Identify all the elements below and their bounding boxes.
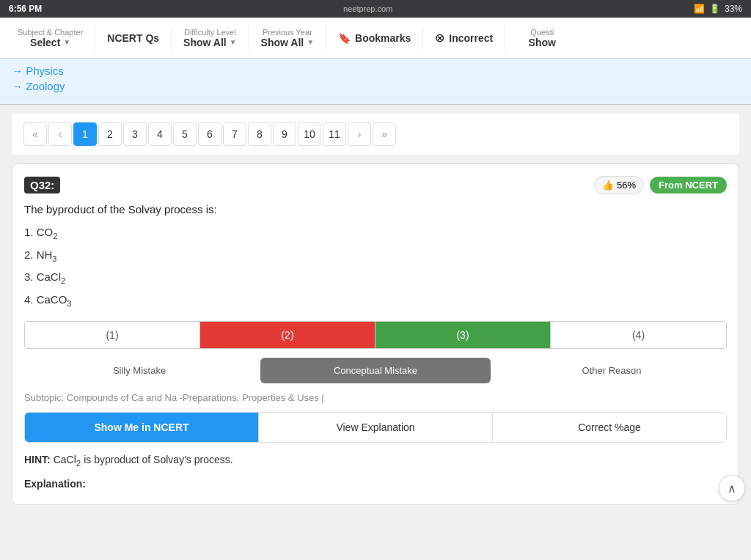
reason-other[interactable]: Other Reason	[497, 358, 727, 383]
option-3: 3. CaCl2	[24, 269, 727, 287]
question-text: The byproduct of the Solvay process is:	[24, 203, 727, 215]
reason-row: Silly Mistake Conceptual Mistake Other R…	[24, 358, 727, 383]
show-ncert-button[interactable]: Show Me in NCERT	[25, 413, 259, 442]
nav-difficulty[interactable]: Difficulty Level Show All ▼	[172, 22, 249, 54]
nav-questions-label: Questi	[530, 28, 554, 37]
question-meta: 👍 56% From NCERT	[594, 176, 727, 194]
answer-cell-1[interactable]: (1)	[25, 322, 200, 348]
page-7[interactable]: 7	[223, 122, 246, 146]
like-badge: 👍 56%	[594, 176, 644, 194]
nav-previous-year[interactable]: Previous Year Show All ▼	[249, 22, 327, 54]
nav-bookmarks[interactable]: 🔖 Bookmarks	[326, 26, 423, 50]
nav-subject-value: Select ▼	[30, 37, 70, 48]
page-prev[interactable]: ‹	[48, 122, 72, 146]
nav-subject-label: Subject & Chapter	[18, 28, 83, 37]
view-explanation-button[interactable]: View Explanation	[259, 413, 493, 442]
page-last[interactable]: »	[373, 122, 396, 146]
nav-questions[interactable]: Questi Show	[505, 22, 579, 54]
subtopic: Subtopic: Compounds of Ca and Na -Prepar…	[24, 392, 727, 403]
page-next[interactable]: ›	[348, 122, 371, 146]
answer-cell-4[interactable]: (4)	[551, 322, 726, 348]
question-number: Q32:	[24, 177, 60, 194]
nav-questions-value: Show	[529, 37, 556, 48]
like-percent: 56%	[617, 180, 636, 191]
page-11[interactable]: 11	[323, 122, 346, 146]
option-2: 2. NH3	[24, 247, 727, 265]
nav-incorrect-label: Incorrect	[449, 32, 493, 44]
physics-link[interactable]: Physics	[12, 65, 739, 77]
page-3[interactable]: 3	[123, 122, 147, 146]
page-8[interactable]: 8	[248, 122, 271, 146]
bookmark-icon: 🔖	[338, 32, 351, 44]
nav-ncert-label: NCERT Qs	[107, 32, 159, 44]
battery-level: 33%	[725, 4, 742, 14]
wifi-icon: 📶	[694, 4, 705, 14]
status-right: 📶 🔋 33%	[694, 4, 742, 14]
nav-bar: Subject & Chapter Select ▼ NCERT Qs Diff…	[0, 18, 751, 59]
subject-area: Physics Zoology	[0, 59, 751, 105]
nav-incorrect[interactable]: ⊗ Incorrect	[423, 25, 505, 51]
pagination: « ‹ 1 2 3 4 5 6 7 8 9 10 11 › »	[12, 114, 739, 155]
correct-pctage-button[interactable]: Correct %age	[493, 413, 726, 442]
page-6[interactable]: 6	[198, 122, 221, 146]
hint-section: HINT: CaCl2 is byproduct of Solvay's pro…	[24, 452, 727, 493]
hint-label: HINT:	[24, 454, 54, 465]
explanation-label: Explanation:	[24, 476, 727, 492]
status-bar: 6:56 PM neetprep.com 📶 🔋 33%	[0, 0, 751, 18]
nav-prev-value: Show All ▼	[261, 37, 315, 48]
answer-cell-3[interactable]: (3)	[376, 322, 551, 348]
question-header: Q32: 👍 56% From NCERT	[24, 176, 727, 194]
nav-bookmarks-label: Bookmarks	[355, 32, 411, 44]
ncert-badge: From NCERT	[650, 177, 727, 194]
answer-grid: (1) (2) (3) (4)	[24, 321, 727, 349]
reason-conceptual[interactable]: Conceptual Mistake	[260, 358, 491, 383]
nav-ncert-qs[interactable]: NCERT Qs	[95, 26, 172, 50]
question-card: Q32: 👍 56% From NCERT The byproduct of t…	[12, 163, 739, 505]
scroll-up-button[interactable]: ∧	[719, 475, 745, 501]
incorrect-icon: ⊗	[435, 31, 444, 45]
answer-cell-2[interactable]: (2)	[200, 322, 376, 348]
reason-silly[interactable]: Silly Mistake	[24, 358, 254, 383]
page-first[interactable]: «	[23, 122, 47, 146]
nav-prev-label: Previous Year	[263, 28, 312, 37]
nav-difficulty-value: Show All ▼	[183, 37, 237, 48]
page-4[interactable]: 4	[148, 122, 172, 146]
page-2[interactable]: 2	[98, 122, 122, 146]
page-10[interactable]: 10	[298, 122, 321, 146]
status-time: 6:56 PM	[9, 4, 42, 14]
thumb-icon: 👍	[602, 180, 614, 191]
page-1[interactable]: 1	[73, 122, 97, 146]
page-9[interactable]: 9	[273, 122, 296, 146]
nav-subject-chapter[interactable]: Subject & Chapter Select ▼	[6, 22, 95, 54]
zoology-link[interactable]: Zoology	[12, 80, 739, 92]
status-url: neetprep.com	[343, 4, 392, 13]
battery-icon: 🔋	[709, 4, 720, 14]
hint-text: CaCl2 is byproduct of Solvay's process.	[54, 454, 233, 465]
action-row: Show Me in NCERT View Explanation Correc…	[24, 412, 727, 443]
option-4: 4. CaCO3	[24, 292, 727, 310]
nav-difficulty-label: Difficulty Level	[184, 28, 236, 37]
option-1: 1. CO2	[24, 224, 727, 243]
page-5[interactable]: 5	[173, 122, 197, 146]
